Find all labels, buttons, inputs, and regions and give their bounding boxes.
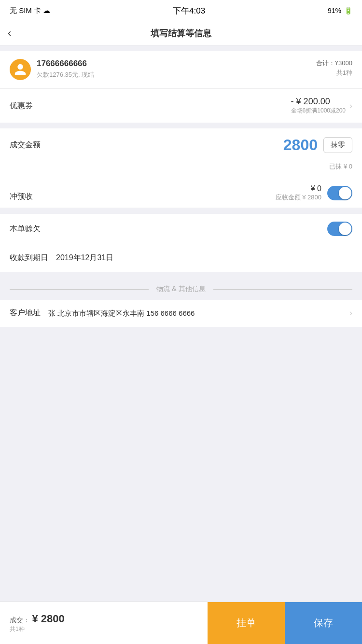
- chevron-right-icon: ›: [349, 101, 352, 111]
- credit-right: [327, 222, 352, 236]
- customer-phone: 17666666666: [37, 59, 94, 69]
- battery-label: 91%: [328, 7, 341, 14]
- coupon-label: 优惠券: [10, 101, 33, 111]
- prepayment-row: 冲预收 ¥ 0 应收金额 ¥ 2800: [0, 177, 362, 208]
- transaction-label: 成交金额: [10, 140, 41, 150]
- main-content: 17666666666 欠款1276.35元, 现结 合计：¥3000 共1种 …: [0, 51, 362, 434]
- total-count: 共1种: [316, 69, 352, 77]
- summary-amount: ¥ 2800: [32, 613, 64, 625]
- status-time: 下午4:03: [173, 5, 205, 16]
- due-date-value: 2019年12月31日: [56, 253, 113, 263]
- battery-icon: 🔋: [344, 7, 352, 14]
- no-sim-label: 无 SIM 卡 ☁: [10, 6, 50, 15]
- customer-card: 17666666666 欠款1276.35元, 现结 合计：¥3000 共1种: [0, 51, 362, 88]
- status-left: 无 SIM 卡 ☁: [10, 6, 50, 15]
- customer-debt: 欠款1276.35元, 现结: [37, 70, 94, 79]
- address-label: 客户地址: [10, 308, 41, 318]
- bottom-bar: 成交： ¥ 2800 共1种 挂单 保存: [0, 602, 362, 644]
- due-date-label: 收款到期日: [10, 253, 48, 263]
- logistics-header: 物流 & 其他信息: [0, 278, 362, 300]
- credit-toggle-knob: [339, 223, 351, 235]
- section-divider-3: [0, 272, 362, 278]
- logistics-title: 物流 & 其他信息: [156, 285, 205, 294]
- gray-bg-section: [0, 327, 362, 385]
- prepayment-right: ¥ 0 应收金额 ¥ 2800: [276, 184, 352, 202]
- transaction-row: 成交金额 2800 抹零: [0, 128, 362, 162]
- coupon-detail: 全场6折满1000减200: [291, 107, 346, 115]
- prepayment-toggle[interactable]: [327, 186, 352, 200]
- address-row[interactable]: 客户地址 张 北京市市辖区海淀区永丰南 156 6666 6666 ›: [0, 300, 362, 327]
- credit-section: 本单赊欠 收款到期日 2019年12月31日: [0, 214, 362, 272]
- customer-info: 17666666666 欠款1276.35元, 现结: [37, 59, 94, 79]
- total-label: 合计：¥3000: [316, 59, 352, 68]
- prepayment-sub: 应收金额 ¥ 2800: [276, 193, 321, 202]
- credit-row: 本单赊欠: [0, 214, 362, 244]
- transaction-section: 成交金额 2800 抹零 已抹 ¥ 0 冲预收 ¥ 0 应收金额 ¥ 2800: [0, 128, 362, 208]
- coupon-row[interactable]: 优惠券 - ¥ 200.00 全场6折满1000减200 ›: [0, 88, 362, 123]
- prepayment-value: ¥ 0: [276, 184, 321, 193]
- status-right: 91% 🔋: [328, 7, 352, 14]
- section-divider-1: [0, 123, 362, 128]
- credit-label: 本单赊欠: [10, 224, 41, 234]
- transaction-right: 2800 抹零: [283, 136, 352, 154]
- summary-row: 成交： ¥ 2800: [10, 613, 198, 625]
- save-button[interactable]: 保存: [285, 602, 362, 644]
- address-value: 张 北京市市辖区海淀区永丰南 156 6666 6666: [48, 308, 349, 319]
- summary-count: 共1种: [10, 625, 198, 633]
- bottom-summary: 成交： ¥ 2800 共1种: [0, 602, 208, 644]
- summary-label: 成交：: [10, 616, 30, 624]
- eraze-button[interactable]: 抹零: [323, 137, 352, 153]
- due-date-row: 收款到期日 2019年12月31日: [0, 244, 362, 272]
- status-bar: 无 SIM 卡 ☁ 下午4:03 91% 🔋: [0, 0, 362, 21]
- logistics-line-right: [213, 289, 352, 290]
- hold-button[interactable]: 挂单: [208, 602, 285, 644]
- customer-left: 17666666666 欠款1276.35元, 现结: [10, 59, 94, 80]
- address-chevron-icon: ›: [349, 308, 352, 318]
- back-button[interactable]: ‹: [8, 27, 11, 40]
- logistics-line-left: [10, 289, 149, 290]
- prepayment-label: 冲预收: [10, 192, 33, 202]
- transaction-amount: 2800: [283, 136, 318, 154]
- coupon-right: - ¥ 200.00 全场6折满1000减200 ›: [291, 97, 352, 115]
- toggle-knob: [339, 187, 351, 199]
- coupon-discount: - ¥ 200.00: [291, 97, 346, 107]
- credit-toggle[interactable]: [327, 222, 352, 236]
- section-divider-2: [0, 208, 362, 214]
- nav-header: ‹ 填写结算等信息: [0, 21, 362, 45]
- avatar: [10, 59, 31, 80]
- transaction-sub: 已抹 ¥ 0: [0, 162, 362, 177]
- customer-total: 合计：¥3000 共1种: [316, 59, 352, 77]
- page-title: 填写结算等信息: [151, 28, 211, 39]
